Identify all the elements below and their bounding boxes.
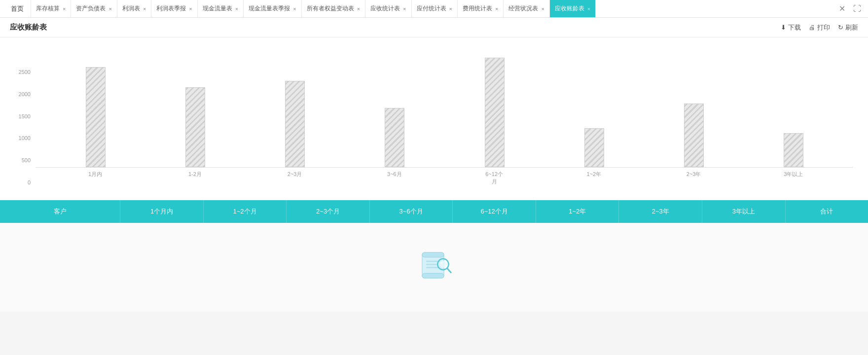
bar-group-6 — [684, 104, 704, 167]
page-title: 应收账龄表 — [10, 23, 47, 32]
bar-year2-3 — [684, 104, 704, 167]
tab-cash-flow[interactable]: 现金流量表 × — [198, 0, 244, 18]
th-1-2year: 1~2年 — [536, 200, 619, 223]
maximize-window-button[interactable]: ⛶ — [850, 2, 864, 15]
th-6-12month: 6~12个月 — [453, 200, 536, 223]
chart-grid — [36, 167, 853, 168]
th-customer: 客户 — [0, 200, 120, 223]
tab-cash-flow-quarter[interactable]: 现金流量表季报 × — [244, 0, 301, 18]
close-tab-cash-flow-quarter[interactable]: × — [293, 6, 296, 12]
tab-home[interactable]: 首页 — [4, 0, 31, 18]
tab-profit-loss[interactable]: 利润表 × — [117, 0, 151, 18]
x-label-4: 6~12个月 — [484, 171, 504, 185]
tab-equity-changes[interactable]: 所有者权益变动表 × — [302, 0, 365, 18]
th-3plusyear: 3年以上 — [702, 200, 786, 223]
x-labels: 1月内 1-2月 2~3月 3~6月 6~12个月 1~2年 2~3年 3年以上 — [36, 168, 853, 185]
refresh-icon: ↻ — [838, 24, 843, 31]
download-icon: ⬇ — [781, 24, 786, 31]
refresh-button[interactable]: ↻ 刷新 — [838, 23, 858, 32]
th-2-3year: 2~3年 — [619, 200, 702, 223]
th-1month: 1个月内 — [120, 200, 204, 223]
y-label-2000: 2000 — [15, 91, 31, 97]
bar-group-4 — [485, 58, 505, 167]
y-label-1500: 1500 — [15, 113, 31, 119]
bar-month2-3 — [285, 81, 305, 167]
tab-receivables-stats[interactable]: 应收统计表 × — [365, 0, 411, 18]
close-tab-payables-stats[interactable]: × — [449, 6, 452, 12]
table-header: 客户 1个月内 1~2个月 2~3个月 3~6个月 6~12个月 1~2年 2~… — [0, 200, 868, 223]
th-1-2month: 1~2个月 — [204, 200, 287, 223]
close-tab-balance-sheet[interactable]: × — [108, 6, 111, 12]
tab-operations[interactable]: 经营状况表 × — [504, 0, 549, 18]
y-label-2500: 2500 — [15, 69, 31, 75]
tab-bar: 首页 库存核算 × 资产负债表 × 利润表 × 利润表季报 × 现金流量表 × … — [0, 0, 868, 18]
svg-rect-5 — [426, 264, 437, 265]
close-window-button[interactable]: ✕ — [836, 2, 848, 15]
empty-icon — [409, 243, 459, 282]
toolbar-actions: ⬇ 下载 🖨 打印 ↻ 刷新 — [781, 23, 858, 32]
empty-state — [0, 223, 868, 312]
tab-balance-sheet[interactable]: 资产负债表 × — [71, 0, 117, 18]
bar-group-0 — [86, 67, 106, 167]
chart-area: 0 500 1000 1500 2000 2500 — [0, 37, 868, 190]
close-tab-cash-flow[interactable]: × — [235, 6, 238, 12]
y-axis: 0 500 1000 1500 2000 2500 — [15, 67, 31, 185]
print-icon: 🖨 — [809, 24, 815, 31]
window-controls: ✕ ⛶ — [836, 2, 864, 15]
bar-month1-2 — [185, 87, 205, 167]
x-label-7: 3年以上 — [784, 171, 803, 185]
close-tab-equity-changes[interactable]: × — [357, 6, 360, 12]
bar-month1 — [86, 67, 106, 167]
bar-group-1 — [185, 87, 205, 167]
x-label-1: 1-2月 — [185, 171, 205, 185]
bar-group-5 — [584, 128, 604, 167]
chart-body: 1月内 1-2月 2~3月 3~6月 6~12个月 1~2年 2~3年 3年以上 — [36, 167, 853, 185]
x-label-2: 2~3月 — [285, 171, 305, 185]
svg-rect-6 — [426, 267, 439, 268]
bar-group-7 — [784, 133, 803, 167]
th-total: 合计 — [786, 200, 868, 223]
close-tab-profit-loss[interactable]: × — [143, 6, 146, 12]
bar-month3-6 — [385, 108, 404, 167]
tab-payables-stats[interactable]: 应付统计表 × — [412, 0, 458, 18]
bar-group-2 — [285, 81, 305, 167]
tab-expense-stats[interactable]: 费用统计表 × — [458, 0, 504, 18]
svg-rect-3 — [422, 273, 444, 278]
y-label-500: 500 — [15, 157, 31, 163]
svg-point-8 — [439, 261, 446, 268]
x-label-3: 3~6月 — [385, 171, 404, 185]
close-tab-operations[interactable]: × — [541, 6, 544, 12]
tab-profit-quarter[interactable]: 利润表季报 × — [151, 0, 197, 18]
th-2-3month: 2~3个月 — [287, 200, 370, 223]
y-label-0: 0 — [15, 179, 31, 185]
close-tab-inventory[interactable]: × — [63, 6, 66, 12]
x-label-0: 1月内 — [85, 171, 105, 185]
svg-line-9 — [447, 268, 451, 273]
x-label-5: 1~2年 — [584, 171, 604, 185]
bar-year1-2 — [584, 128, 604, 167]
download-button[interactable]: ⬇ 下载 — [781, 23, 801, 32]
main-content: 0 500 1000 1500 2000 2500 — [0, 37, 868, 312]
y-label-1000: 1000 — [15, 135, 31, 141]
tab-inventory[interactable]: 库存核算 × — [31, 0, 71, 18]
bar-month6-12 — [485, 58, 505, 167]
close-tab-aging-report[interactable]: × — [587, 6, 590, 12]
tab-aging-report[interactable]: 应收账龄表 × — [550, 0, 596, 18]
chart-container: 0 500 1000 1500 2000 2500 — [15, 47, 853, 185]
close-tab-profit-quarter[interactable]: × — [189, 6, 192, 12]
print-button[interactable]: 🖨 打印 — [809, 23, 830, 32]
page-toolbar: 应收账龄表 ⬇ 下载 🖨 打印 ↻ 刷新 — [0, 18, 868, 37]
bar-group-3 — [385, 108, 404, 167]
x-label-6: 2~3年 — [684, 171, 704, 185]
th-3-6month: 3~6个月 — [370, 200, 453, 223]
svg-point-10 — [440, 261, 443, 264]
bar-year3plus — [784, 133, 803, 167]
svg-rect-2 — [422, 252, 444, 257]
close-tab-receivables-stats[interactable]: × — [403, 6, 406, 12]
close-tab-expense-stats[interactable]: × — [495, 6, 498, 12]
